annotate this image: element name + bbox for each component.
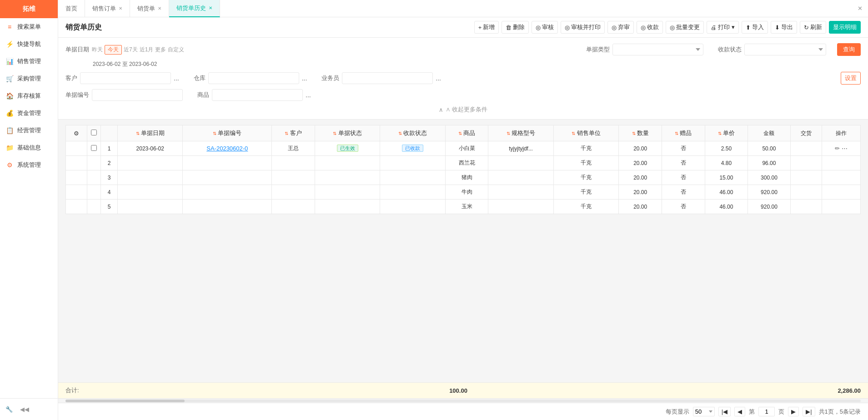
sidebar-item-inventory-calc[interactable]: 🏠 库存核算 — [0, 87, 58, 105]
cell-doc-date — [117, 185, 183, 200]
prev-page-button[interactable]: ◀ — [734, 407, 745, 416]
horizontal-scrollbar[interactable] — [58, 398, 868, 403]
cell-checkbox[interactable] — [87, 170, 100, 185]
collect-status-filter: 收款状态 — [718, 44, 826, 55]
tab-sales-order[interactable]: 销售订单 ✕ — [85, 0, 130, 17]
batch-change-button[interactable]: ◎ 批量变更 — [666, 21, 704, 34]
col-doc-date[interactable]: ⇅ 单据日期 — [117, 125, 183, 141]
last-page-button[interactable]: ▶| — [803, 407, 815, 416]
sidebar-item-sys-mgmt[interactable]: ⚙ 系统管理 — [0, 156, 58, 174]
col-gift[interactable]: ⇅ 赠品 — [662, 125, 705, 141]
col-customer[interactable]: ⇅ 客户 — [272, 125, 315, 141]
col-doc-status[interactable]: ⇅ 单据状态 — [315, 125, 380, 141]
cell-checkbox[interactable] — [87, 156, 100, 170]
batch-change-icon: ◎ — [670, 24, 675, 31]
next-page-button[interactable]: ▶ — [788, 407, 799, 416]
col-settings-icon[interactable]: ⚙ — [74, 130, 79, 137]
cell-checkbox[interactable] — [87, 141, 100, 156]
show-detail-button[interactable]: 显示明细 — [829, 21, 861, 34]
cell-action[interactable] — [822, 156, 861, 170]
settings-button[interactable]: 设置 — [841, 72, 861, 85]
sidebar-item-quick-nav[interactable]: ⚡ 快捷导航 — [0, 35, 58, 53]
sidebar-bottom: 🔧 ◀◀ — [0, 398, 58, 420]
scrollbar-thumb[interactable] — [65, 400, 185, 402]
audit-print-button[interactable]: ◎ 审核并打印 — [561, 21, 605, 34]
audit-button[interactable]: ◎ 审核 — [532, 21, 558, 34]
cell-doc-no[interactable] — [183, 156, 272, 170]
cell-doc-no[interactable]: SA-20230602-0 — [183, 141, 272, 156]
export-button[interactable]: ⬇ 导出 — [771, 21, 797, 34]
col-spec[interactable]: ⇅ 规格型号 — [488, 125, 554, 141]
sidebar-item-ops-mgmt[interactable]: 📋 经营管理 — [0, 122, 58, 139]
import-button[interactable]: ⬆ 导入 — [742, 21, 768, 34]
select-all-checkbox[interactable] — [91, 130, 97, 135]
col-amount: 金额 — [748, 125, 790, 141]
more-action-icon[interactable]: ⋯ — [842, 145, 848, 152]
collapse-filter-button[interactable]: ∧ ∧ 收起更多条件 — [65, 105, 861, 114]
tab-sales-delivery-history[interactable]: 销货单历史 ✕ — [169, 0, 220, 17]
staff-more-icon[interactable]: ... — [436, 75, 441, 82]
col-goods[interactable]: ⇅ 商品 — [445, 125, 488, 141]
col-unit-price[interactable]: ⇅ 单价 — [705, 125, 748, 141]
collect-button[interactable]: ◎ 收款 — [637, 21, 663, 34]
doc-no-input[interactable] — [92, 89, 183, 101]
tab-sales-order-close[interactable]: ✕ — [119, 6, 122, 11]
add-button[interactable]: + 新增 — [474, 21, 499, 34]
doc-type-select[interactable] — [612, 44, 703, 55]
cell-checkbox[interactable] — [87, 185, 100, 200]
warehouse-input[interactable] — [208, 72, 299, 84]
sidebar-settings-icon[interactable]: 🔧 — [5, 406, 13, 413]
window-close-button[interactable]: ✕ — [852, 5, 868, 12]
goods-input[interactable] — [212, 89, 303, 101]
date-today[interactable]: 今天 — [105, 45, 122, 55]
date-more[interactable]: 更多 — [155, 46, 166, 54]
page-number-input[interactable] — [758, 407, 775, 416]
col-settings[interactable]: ⚙ — [66, 125, 87, 141]
tab-sales-delivery-history-close[interactable]: ✕ — [209, 5, 212, 10]
customer-more-icon[interactable]: ... — [174, 75, 179, 82]
date-1month[interactable]: 近1月 — [140, 46, 154, 54]
cell-doc-no[interactable] — [183, 200, 272, 214]
col-unit[interactable]: ⇅ 销售单位 — [553, 125, 619, 141]
cell-checkbox[interactable] — [87, 200, 100, 214]
refresh-button[interactable]: ↻ 刷新 — [800, 21, 826, 34]
query-button[interactable]: 查询 — [837, 43, 861, 56]
date-7days[interactable]: 近7天 — [124, 46, 138, 54]
col-doc-no[interactable]: ⇅ 单据编号 — [183, 125, 272, 141]
col-checkbox[interactable] — [87, 125, 100, 141]
first-page-button[interactable]: |◀ — [718, 407, 731, 416]
sidebar-item-search-menu[interactable]: ≡ 搜索菜单 — [0, 18, 58, 35]
col-qty[interactable]: ⇅ 数量 — [619, 125, 662, 141]
staff-input[interactable] — [342, 72, 433, 84]
date-yesterday[interactable]: 昨天 — [92, 46, 103, 54]
total-info: 共1页，5条记录 — [819, 408, 861, 416]
delete-button[interactable]: 🗑 删除 — [502, 21, 529, 34]
sidebar-item-sales-mgmt[interactable]: 📊 销售管理 — [0, 53, 58, 70]
sidebar-item-base-info[interactable]: 📁 基础信息 — [0, 139, 58, 156]
tab-sales-delivery[interactable]: 销货单 ✕ — [130, 0, 169, 17]
tab-home[interactable]: 首页 — [58, 0, 85, 17]
date-custom[interactable]: 自定义 — [168, 46, 184, 54]
cell-action[interactable] — [822, 170, 861, 185]
row-checkbox[interactable] — [91, 145, 97, 151]
tab-sales-delivery-close[interactable]: ✕ — [158, 6, 161, 11]
discard-button[interactable]: ◎ 弃审 — [607, 21, 634, 34]
cell-doc-no[interactable] — [183, 185, 272, 200]
customer-input[interactable] — [80, 72, 171, 84]
doc-no-link[interactable]: SA-20230602-0 — [206, 145, 248, 152]
cell-doc-no[interactable] — [183, 170, 272, 185]
col-collect-status[interactable]: ⇅ 收款状态 — [380, 125, 446, 141]
sidebar-item-purchase-mgmt[interactable]: 🛒 采购管理 — [0, 70, 58, 87]
warehouse-more-icon[interactable]: ... — [302, 75, 307, 82]
cell-action[interactable]: ✏⋯ — [822, 141, 861, 156]
edit-action-icon[interactable]: ✏ — [835, 145, 840, 152]
sidebar-collapse-icon[interactable]: ◀◀ — [20, 406, 29, 413]
collect-status-select[interactable] — [744, 44, 826, 55]
print-button[interactable]: 🖨 打印 ▾ — [707, 21, 739, 34]
sidebar-item-finance-mgmt[interactable]: 💰 资金管理 — [0, 105, 58, 122]
cell-action[interactable] — [822, 185, 861, 200]
cell-action[interactable] — [822, 200, 861, 214]
cell-settings — [66, 141, 87, 156]
goods-more-icon[interactable]: ... — [306, 91, 311, 99]
per-page-select[interactable]: 50 100 200 — [693, 407, 715, 416]
